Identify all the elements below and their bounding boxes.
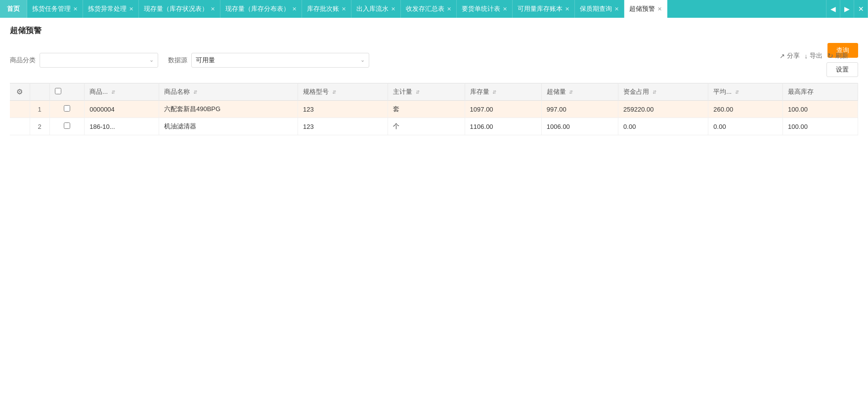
export-button[interactable]: ↓ 导出 — [805, 51, 823, 60]
export-icon: ↓ — [805, 52, 808, 60]
category-select[interactable]: ⌄ — [40, 53, 158, 68]
row-checkbox-cell[interactable] — [49, 101, 85, 118]
sort-icon: ⇵ — [111, 89, 115, 95]
product-unit: 个 — [388, 118, 465, 135]
product-spec: 123 — [298, 101, 388, 118]
max-stock: 100.00 — [783, 118, 858, 135]
nav-next-arrow[interactable]: ▶ — [840, 0, 854, 18]
row-checkbox[interactable] — [64, 105, 70, 112]
select-all-checkbox[interactable] — [55, 88, 61, 94]
row-checkbox[interactable] — [64, 122, 70, 129]
nav-home[interactable]: 首页 — [0, 0, 27, 18]
settings-button[interactable]: 设置 — [826, 62, 858, 77]
table-header-row: ⚙ 商品... ⇵ 商品名称 ⇵ 规格型号 ⇵ — [10, 83, 858, 101]
nav-arrows: ◀ ▶ ✕ — [826, 0, 868, 18]
data-table: ⚙ 商品... ⇵ 商品名称 ⇵ 规格型号 ⇵ — [10, 83, 858, 135]
table-row: 2 186-10... 机油滤清器 123 个 1106.00 1006.00 … — [10, 118, 858, 135]
col-max-stock[interactable]: 最高库存 — [783, 83, 858, 101]
close-icon[interactable]: ✕ — [447, 6, 451, 12]
datasource-value: 可用量 — [196, 56, 215, 65]
close-icon[interactable]: ✕ — [614, 6, 619, 12]
col-overstock[interactable]: 超储量 ⇵ — [541, 83, 618, 101]
datasource-select[interactable]: 可用量 ⌄ — [191, 53, 369, 68]
col-checkbox[interactable] — [49, 83, 85, 101]
nav-tab[interactable]: 收发存汇总表✕ — [401, 0, 457, 18]
refresh-icon: ↻ — [827, 52, 833, 60]
page-title: 超储预警 — [10, 26, 858, 36]
sort-icon: ⇵ — [193, 89, 197, 95]
over-stock-qty: 1006.00 — [541, 118, 618, 135]
category-label: 商品分类 — [10, 56, 36, 65]
col-unit[interactable]: 主计量 ⇵ — [388, 83, 465, 101]
col-seq — [30, 83, 49, 101]
over-stock-qty: 997.00 — [541, 101, 618, 118]
nav-tab[interactable]: 出入库流水✕ — [351, 0, 401, 18]
datasource-label: 数据源 — [168, 56, 187, 65]
row-seq: 1 — [30, 101, 49, 118]
share-icon: ↗ — [780, 52, 785, 60]
sort-icon: ⇵ — [416, 89, 420, 95]
col-spec[interactable]: 规格型号 ⇵ — [298, 83, 388, 101]
nav-close-arrow[interactable]: ✕ — [854, 0, 868, 18]
chevron-down-icon: ⌄ — [360, 57, 365, 63]
nav-tab[interactable]: 现存量（库存状况表）✕ — [139, 0, 220, 18]
nav-tab[interactable]: 超储预警✕ — [624, 0, 667, 18]
category-filter: 商品分类 ⌄ — [10, 53, 158, 68]
avg-value: 260.00 — [708, 101, 783, 118]
row-checkbox-cell[interactable] — [49, 118, 85, 135]
capital-occupation: 0.00 — [618, 118, 708, 135]
close-icon[interactable]: ✕ — [503, 6, 507, 12]
nav-tab[interactable]: 现存量（库存分布表）✕ — [220, 0, 302, 18]
page-content: 超储预警 ↗ 分享 ↓ 导出 ↻ 刷新 商品分类 ⌄ 数据源 — [0, 18, 868, 143]
close-icon[interactable]: ✕ — [129, 6, 133, 12]
filter-row: 商品分类 ⌄ 数据源 可用量 ⌄ 查询 设置 — [10, 43, 858, 77]
close-icon[interactable]: ✕ — [73, 6, 78, 12]
capital-occupation: 259220.00 — [618, 101, 708, 118]
nav-tab[interactable]: 拣货异常处理✕ — [83, 0, 139, 18]
row-action-cell — [10, 101, 30, 118]
table-row: 1 0000004 六配套新昌490BPG 123 套 1097.00 997.… — [10, 101, 858, 118]
chevron-down-icon: ⌄ — [149, 57, 154, 63]
sort-icon: ⇵ — [569, 89, 573, 95]
stock-qty: 1106.00 — [465, 118, 541, 135]
product-spec: 123 — [298, 118, 388, 135]
top-navigation: 首页 拣货任务管理✕拣货异常处理✕现存量（库存状况表）✕现存量（库存分布表）✕库… — [0, 0, 868, 18]
product-code: 0000004 — [85, 101, 159, 118]
row-action-cell — [10, 118, 30, 135]
product-unit: 套 — [388, 101, 465, 118]
avg-value: 0.00 — [708, 118, 783, 135]
sort-icon: ⇵ — [735, 89, 739, 95]
close-icon[interactable]: ✕ — [657, 6, 662, 12]
sort-icon: ⇵ — [652, 89, 656, 95]
close-icon[interactable]: ✕ — [211, 6, 215, 12]
col-product-name[interactable]: 商品名称 ⇵ — [159, 83, 298, 101]
gear-icon[interactable]: ⚙ — [16, 87, 23, 96]
share-button[interactable]: ↗ 分享 — [780, 51, 800, 60]
product-name: 六配套新昌490BPG — [159, 101, 298, 118]
close-icon[interactable]: ✕ — [292, 6, 297, 12]
col-capital[interactable]: 资金占用 ⇵ — [618, 83, 708, 101]
nav-tab[interactable]: 要货单统计表✕ — [457, 0, 513, 18]
col-product-code[interactable]: 商品... ⇵ — [85, 83, 159, 101]
close-icon[interactable]: ✕ — [565, 6, 569, 12]
toolbar-right: ↗ 分享 ↓ 导出 ↻ 刷新 — [780, 51, 849, 60]
product-name: 机油滤清器 — [159, 118, 298, 135]
close-icon[interactable]: ✕ — [342, 6, 346, 12]
row-seq: 2 — [30, 118, 49, 135]
nav-tab[interactable]: 库存批次账✕ — [302, 0, 351, 18]
col-stock[interactable]: 库存量 ⇵ — [465, 83, 541, 101]
nav-tab[interactable]: 保质期查询✕ — [575, 0, 624, 18]
refresh-button[interactable]: ↻ 刷新 — [827, 51, 848, 60]
nav-tab[interactable]: 拣货任务管理✕ — [27, 0, 83, 18]
product-code: 186-10... — [85, 118, 159, 135]
col-avg[interactable]: 平均... ⇵ — [708, 83, 783, 101]
max-stock: 100.00 — [783, 101, 858, 118]
datasource-filter: 数据源 可用量 ⌄ — [168, 53, 369, 68]
sort-icon: ⇵ — [492, 89, 496, 95]
stock-qty: 1097.00 — [465, 101, 541, 118]
nav-prev-arrow[interactable]: ◀ — [826, 0, 840, 18]
nav-tab[interactable]: 可用量库存账本✕ — [513, 0, 575, 18]
close-icon[interactable]: ✕ — [391, 6, 395, 12]
sort-icon: ⇵ — [332, 89, 336, 95]
col-settings[interactable]: ⚙ — [10, 83, 30, 101]
